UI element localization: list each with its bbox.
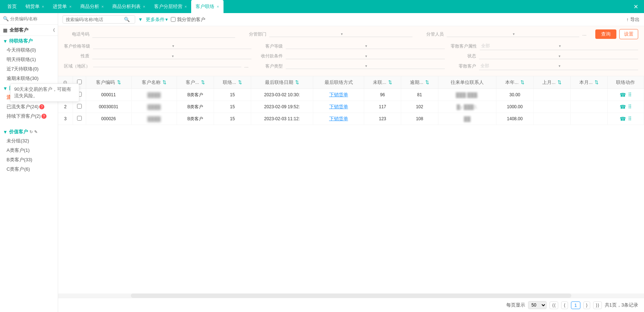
col-unit-contact: 往来单位联系人	[438, 76, 496, 89]
first-page-button[interactable]: ⟨⟨	[550, 301, 558, 309]
col-last-month: 上月... ⇅	[534, 76, 571, 89]
filter-retail-customer: 零散客户 全部 ▾	[451, 62, 638, 70]
per-page-select[interactable]: 50 100 200	[528, 301, 547, 309]
sidebar-item-declining[interactable]: 持续下滑客户(2) ?	[0, 112, 58, 121]
sidebar-item-7days[interactable]: 近7天待联络(0)	[0, 64, 58, 74]
sort-code-icon[interactable]: ⇅	[117, 80, 121, 85]
more-conditions-button[interactable]: 更多条件 ▾	[146, 16, 168, 23]
search-button[interactable]: 🔍	[124, 17, 130, 22]
customer-type-select[interactable]: ▾	[286, 63, 445, 69]
refresh-icon[interactable]: ↻	[29, 130, 33, 134]
row-action-cell: ☎ ⠿	[607, 101, 644, 113]
sidebar-item-class-c[interactable]: C类客户(6)	[0, 165, 58, 174]
chevron-down-retail-icon: ▾	[559, 44, 637, 48]
contact-method-link[interactable]: 下销货单	[329, 116, 348, 121]
nav-product-analysis[interactable]: 商品分析 ×	[76, 0, 108, 13]
person-select[interactable]: ▾	[447, 31, 579, 37]
close-product-analysis-icon[interactable]: ×	[101, 4, 104, 9]
payment-select[interactable]: ▾	[286, 53, 445, 59]
contact-method-link[interactable]: 下销货单	[329, 104, 348, 109]
sidebar-item-overdue[interactable]: 逾期未联络(30)	[0, 74, 58, 83]
customers-table: ⚙ 客户编码 ⇅ 客户名称 ⇅	[58, 76, 644, 125]
customer-level-select[interactable]: ▾	[286, 43, 445, 49]
sort-year-icon[interactable]: ⇅	[520, 80, 524, 85]
export-button[interactable]: ↑ 导出	[627, 16, 640, 23]
sidebar-all-customers[interactable]: ▦ 全部客户 《	[0, 25, 58, 36]
contact-method-link[interactable]: 下销货单	[329, 92, 348, 97]
group-pending-contact[interactable]: ▼ 待联络客户	[0, 36, 58, 45]
row-overdue: 108	[401, 113, 438, 125]
status-select[interactable]: ▾	[479, 53, 638, 59]
sidebar-item-ungroup[interactable]: 未分组(32)	[0, 136, 58, 146]
last-page-button[interactable]: ⟩⟩	[593, 301, 602, 309]
my-customers-filter[interactable]: 我分管的客户	[171, 16, 205, 23]
more-action-icon[interactable]: ⠿	[628, 104, 632, 110]
row-action-cell: ☎ ⠿	[607, 89, 644, 101]
close-purchase-icon[interactable]: ×	[69, 4, 71, 9]
nature-select[interactable]: ▾	[92, 53, 251, 59]
more-action-icon[interactable]: ⠿	[628, 116, 632, 122]
sort-type-icon[interactable]: ⇅	[201, 80, 205, 85]
edit-icon[interactable]: ✎	[34, 130, 37, 134]
row-last-contact-method[interactable]: 下销货单	[313, 101, 364, 113]
prev-page-button[interactable]: ⟨	[561, 301, 568, 309]
my-customers-checkbox[interactable]	[171, 17, 176, 22]
search-input[interactable]	[66, 17, 124, 22]
contact-icon[interactable]: ☎	[620, 116, 626, 122]
row-checkbox[interactable]	[77, 116, 82, 121]
group-value-customers[interactable]: ▼ 价值客户 ↻ ✎	[0, 127, 58, 136]
sort-date-icon[interactable]: ⇅	[295, 80, 299, 85]
filter-phone: 电话号码	[64, 31, 235, 38]
filter-person: 分管人员 ▾ …	[418, 31, 589, 37]
row-last-contact-method[interactable]: 下销货单	[313, 113, 364, 125]
sort-lastmonth-icon[interactable]: ⇅	[558, 80, 562, 85]
more-person-icon[interactable]: …	[579, 32, 589, 37]
price-level-select[interactable]: ▾	[93, 43, 251, 49]
sort-thismonth-icon[interactable]: ⇅	[595, 80, 599, 85]
close-product-analysis-list-icon[interactable]: ×	[143, 4, 145, 9]
more-action-icon[interactable]: ⠿	[628, 92, 632, 98]
sidebar-search-input[interactable]	[10, 16, 58, 21]
table-row: 2 00030031 ████ B类客户 15 2023-02-09 19:52…	[58, 101, 644, 113]
row-uncontacted: 117	[364, 101, 401, 113]
region-select[interactable]	[93, 65, 241, 67]
next-page-button[interactable]: ⟩	[583, 301, 590, 309]
nav-purchase[interactable]: 进货单 ×	[48, 0, 76, 13]
row-last-contact-method[interactable]: 下销货单	[313, 89, 364, 101]
filter-price-level: 客户价格等级 ▾	[64, 43, 251, 49]
close-sales-icon[interactable]: ×	[42, 4, 44, 9]
expand-arrow-icon: ▼	[3, 39, 8, 44]
sort-uncontacted-icon[interactable]: ⇅	[388, 80, 392, 85]
row-checkbox[interactable]	[77, 104, 82, 109]
filter-nature: 性质 ▾	[64, 53, 251, 59]
sort-name-icon[interactable]: ⇅	[162, 80, 166, 85]
nav-customer-segmentation[interactable]: 客户分层经营 ×	[150, 0, 191, 13]
sort-contact-icon[interactable]: ⇅	[238, 80, 242, 85]
close-customer-contact-icon[interactable]: ×	[217, 4, 219, 9]
horizontal-scrollbar[interactable]	[58, 293, 644, 298]
sort-overdue-icon[interactable]: ⇅	[425, 80, 429, 85]
sidebar-item-class-a[interactable]: A类客户(1)	[0, 146, 58, 155]
nav-customer-contact[interactable]: 客户联络 ×	[191, 0, 223, 13]
contact-icon[interactable]: ☎	[620, 92, 626, 98]
nav-sales[interactable]: 销货单 ×	[21, 0, 48, 13]
retail-attr-select[interactable]: 全部 ▾	[480, 42, 638, 50]
close-customer-segmentation-icon[interactable]: ×	[185, 4, 187, 9]
settings-button[interactable]: 设置	[619, 29, 638, 39]
sidebar-item-churned[interactable]: 已流失客户(24) ?	[0, 102, 58, 112]
dept-select[interactable]: ▾	[269, 31, 412, 37]
more-region-icon[interactable]: …	[241, 64, 251, 69]
filter-row-2: 客户价格等级 ▾ 客户等级 ▾ 零散客户属性 全部	[64, 42, 638, 50]
sidebar-item-today[interactable]: 今天待联络(0)	[0, 45, 58, 55]
sidebar-item-tomorrow[interactable]: 明天待联络(1)	[0, 55, 58, 64]
nav-product-analysis-list[interactable]: 商品分析列表 ×	[108, 0, 149, 13]
phone-input[interactable]	[92, 31, 235, 38]
sidebar-item-class-b[interactable]: B类客户(33)	[0, 155, 58, 165]
retail-customer-select[interactable]: 全部 ▾	[479, 62, 638, 70]
query-button[interactable]: 查询	[595, 29, 616, 39]
chevron-down-dept-icon: ▾	[341, 32, 411, 36]
nav-home[interactable]: 首页	[3, 0, 21, 13]
row-contact: 15	[214, 113, 251, 125]
contact-icon[interactable]: ☎	[620, 104, 626, 110]
window-close-icon[interactable]: ✕	[631, 3, 641, 10]
